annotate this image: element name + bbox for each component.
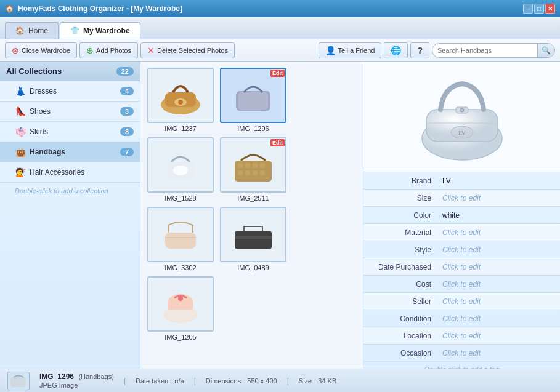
title-text: HomyFads Clothing Organizer - [My Wardro…	[18, 4, 182, 13]
status-file-info: IMG_1296 (Handbags) JPEG Image	[39, 372, 114, 389]
hair-accessories-icon: 💇	[15, 167, 26, 178]
status-collection: (Handbags)	[78, 373, 113, 380]
shoes-label: Shoes	[30, 107, 51, 116]
add-photos-button[interactable]: ⊕ Add Photos	[79, 42, 138, 58]
add-collection-prompt[interactable]: Double-click to add a collection	[0, 183, 140, 199]
shoes-count: 3	[120, 107, 134, 116]
handbags-count: 7	[120, 148, 134, 156]
size-value[interactable]: Click to edit	[437, 191, 560, 205]
cost-value[interactable]: Click to edit	[437, 278, 560, 291]
add-photos-icon: ⊕	[86, 46, 94, 55]
status-sep1: |	[124, 377, 126, 385]
sidebar-item-handbags[interactable]: 👜 Handbags 7	[0, 142, 140, 162]
img1528-thumb	[147, 137, 214, 193]
globe-button[interactable]: 🌐	[384, 42, 408, 58]
status-filetype: JPEG Image	[39, 382, 114, 389]
size-label: Size	[363, 191, 437, 205]
brand-label: Brand	[363, 174, 437, 188]
sidebar-item-shoes[interactable]: 👠 Shoes 3	[0, 102, 140, 122]
home-tab-label: Home	[28, 26, 48, 35]
condition-value[interactable]: Click to edit	[437, 312, 560, 326]
img1296-thumb: Edit	[220, 68, 286, 123]
delete-icon: ✕	[147, 46, 155, 55]
close-wardrobe-icon: ⊗	[12, 46, 19, 55]
img1205-label: IMG_1205	[164, 334, 196, 341]
img1528-label: IMG_1528	[164, 194, 196, 202]
search-area: 🔍	[432, 43, 555, 58]
detail-row-date-purchased: Date Purchased Click to edit	[363, 258, 560, 276]
seller-label: Seller	[363, 295, 437, 308]
grid-item-img1296[interactable]: Edit IMG_1296	[219, 68, 287, 132]
img0489-thumb	[220, 207, 286, 262]
sidebar-item-hair-accessories[interactable]: 💇 Hair Accessories	[0, 162, 140, 183]
tell-friend-icon: 👤	[325, 46, 336, 55]
add-tag-prompt[interactable]: Double-click to add a tag	[363, 362, 560, 369]
detail-image-area: LV	[363, 62, 560, 172]
sidebar-item-dresses[interactable]: 👗 Dresses 4	[0, 81, 140, 102]
skirts-icon: 👘	[15, 126, 26, 137]
sidebar-item-skirts[interactable]: 👘 Skirts 8	[0, 122, 140, 142]
status-bar: IMG_1296 (Handbags) JPEG Image | Date ta…	[0, 369, 560, 392]
date-purchased-label: Date Purchased	[363, 260, 437, 274]
delete-selected-button[interactable]: ✕ Delete Selected Photos	[140, 42, 235, 58]
location-label: Location	[363, 329, 437, 343]
svg-rect-17	[165, 233, 196, 249]
search-icon: 🔍	[542, 46, 551, 55]
skirts-count: 8	[120, 127, 134, 136]
location-value[interactable]: Click to edit	[437, 329, 560, 343]
img1237-label: IMG_1237	[164, 125, 196, 132]
cost-label: Cost	[363, 278, 437, 291]
wardrobe-tab-label: My Wardrobe	[83, 26, 130, 35]
grid-item-img3302[interactable]: IMG_3302	[147, 207, 214, 271]
svg-rect-15	[253, 170, 258, 175]
status-thumbnail	[7, 372, 30, 390]
svg-rect-12	[260, 163, 265, 168]
svg-text:LV: LV	[458, 130, 466, 136]
all-collections-label: All Collections	[6, 66, 62, 76]
title-bar: 🏠 HomyFads Clothing Organizer - [My Ward…	[0, 0, 560, 17]
svg-rect-10	[245, 163, 250, 168]
wardrobe-tab-icon: 👕	[70, 26, 79, 35]
grid-item-img2511[interactable]: Edit IMG_2511	[219, 137, 287, 202]
help-icon: ?	[417, 46, 423, 55]
svg-point-27	[460, 108, 464, 112]
app-icon: 🏠	[5, 4, 14, 13]
detail-row-occasion: Occasion Click to edit	[363, 345, 560, 362]
handbags-label: Handbags	[30, 148, 65, 156]
tab-mywardrobe[interactable]: 👕 My Wardrobe	[60, 22, 140, 39]
condition-label: Condition	[363, 312, 437, 326]
edit-badge-2511: Edit	[270, 139, 285, 146]
close-button[interactable]: ✕	[545, 4, 555, 14]
search-button[interactable]: 🔍	[537, 43, 554, 58]
grid-item-img1205[interactable]: IMG_1205	[147, 276, 214, 341]
img2511-label: IMG_2511	[237, 194, 269, 202]
grid-item-img0489[interactable]: IMG_0489	[219, 207, 287, 271]
handbags-icon: 👜	[15, 146, 26, 158]
help-button[interactable]: ?	[410, 42, 429, 58]
grid-item-img1528[interactable]: IMG_1528	[147, 137, 214, 202]
tab-home[interactable]: 🏠 Home	[5, 22, 59, 39]
color-value: white	[437, 209, 560, 222]
search-input[interactable]	[432, 46, 537, 55]
occasion-value[interactable]: Click to edit	[437, 346, 560, 360]
img1237-thumb	[147, 68, 214, 123]
svg-rect-19	[235, 231, 272, 249]
detail-panel: LV Brand LV Size Click to edit Color whi…	[363, 62, 560, 369]
hair-accessories-label: Hair Accessories	[30, 168, 84, 177]
close-wardrobe-button[interactable]: ⊗ Close Wardrobe	[5, 42, 77, 58]
grid-item-img1237[interactable]: IMG_1237	[147, 68, 214, 132]
content-area: IMG_1237 Edit IMG_1296	[140, 62, 363, 369]
all-collections-header[interactable]: All Collections 22	[0, 62, 140, 81]
tell-friend-button[interactable]: 👤 Tell a Friend	[319, 42, 382, 58]
date-purchased-value[interactable]: Click to edit	[437, 260, 560, 274]
seller-value[interactable]: Click to edit	[437, 295, 560, 308]
maximize-button[interactable]: □	[534, 4, 544, 14]
img3302-thumb	[147, 207, 214, 262]
minimize-button[interactable]: ─	[523, 4, 533, 14]
img1205-thumb	[147, 276, 214, 332]
material-value[interactable]: Click to edit	[437, 226, 560, 239]
detail-row-cost: Cost Click to edit	[363, 276, 560, 293]
style-value[interactable]: Click to edit	[437, 243, 560, 257]
svg-rect-9	[238, 163, 243, 168]
svg-rect-11	[253, 163, 258, 168]
